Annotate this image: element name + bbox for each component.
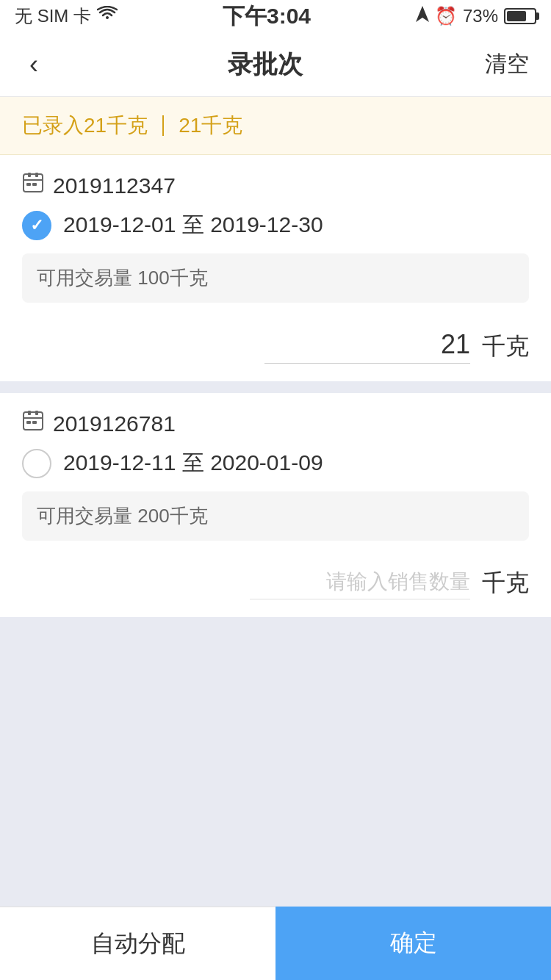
empty-area xyxy=(0,617,551,911)
location-icon xyxy=(416,6,429,26)
quantity-input-area-1[interactable]: 21 xyxy=(264,329,470,364)
quantity-row-1: 21 千克 xyxy=(0,317,551,381)
batch-date-row-1[interactable]: ✓ 2019-12-01 至 2019-12-30 xyxy=(0,204,551,246)
svg-rect-2 xyxy=(35,173,38,177)
nav-bar: ‹ 录批次 清空 xyxy=(0,32,551,97)
page-title: 录批次 xyxy=(228,48,303,82)
batch-id-icon-2 xyxy=(22,411,44,436)
quantity-unit-2: 千克 xyxy=(482,567,529,599)
info-banner: 已录入21千克 21千克 xyxy=(0,97,551,155)
quantity-row-2: 请输入销售数量 千克 xyxy=(0,555,551,617)
info-divider xyxy=(162,115,164,136)
section-divider xyxy=(0,381,551,393)
svg-rect-4 xyxy=(26,183,31,186)
svg-rect-11 xyxy=(32,421,37,424)
batch-card-1: 2019112347 ✓ 2019-12-01 至 2019-12-30 可用交… xyxy=(0,155,551,381)
wifi-icon xyxy=(97,6,118,26)
batch-id-icon-1 xyxy=(22,173,44,198)
no-sim-text: 无 SIM 卡 xyxy=(15,4,91,28)
quantity-input-area-2[interactable]: 请输入销售数量 xyxy=(250,568,470,599)
batch-id-1: 2019112347 xyxy=(53,173,176,198)
svg-rect-1 xyxy=(28,173,31,177)
svg-rect-7 xyxy=(28,411,31,415)
recorded-amount-label: 已录入21千克 xyxy=(22,112,148,140)
batch-date-2: 2019-12-11 至 2020-01-09 xyxy=(63,448,323,478)
svg-rect-10 xyxy=(26,421,31,424)
batch-header-1: 2019112347 xyxy=(0,155,551,204)
batch-card-2: 2019126781 2019-12-11 至 2020-01-09 可用交易量… xyxy=(0,393,551,617)
alarm-icon: ⏰ xyxy=(435,6,457,26)
svg-rect-8 xyxy=(35,411,38,415)
status-right: ⏰ 73% xyxy=(416,6,536,26)
bottom-action-bar: 自动分配 确定 xyxy=(0,907,551,980)
batch-select-radio-1[interactable]: ✓ xyxy=(22,211,51,240)
batch-select-radio-2[interactable] xyxy=(22,449,51,478)
batch-date-row-2[interactable]: 2019-12-11 至 2020-01-09 xyxy=(0,442,551,484)
availability-1: 可用交易量 100千克 xyxy=(22,253,529,303)
batch-header-2: 2019126781 xyxy=(0,393,551,442)
recorded-amount-value: 21千克 xyxy=(179,112,242,140)
status-left: 无 SIM 卡 xyxy=(15,4,118,28)
battery-icon xyxy=(504,8,536,24)
quantity-unit-1: 千克 xyxy=(482,331,529,363)
clear-button[interactable]: 清空 xyxy=(485,49,529,79)
confirm-button[interactable]: 确定 xyxy=(276,907,551,980)
quantity-value-1: 21 xyxy=(441,329,470,360)
svg-rect-5 xyxy=(32,183,37,186)
quantity-placeholder-2: 请输入销售数量 xyxy=(326,568,470,596)
availability-2: 可用交易量 200千克 xyxy=(22,491,529,541)
check-icon-1: ✓ xyxy=(30,216,43,235)
back-button[interactable]: ‹ xyxy=(22,42,46,87)
batch-date-1: 2019-12-01 至 2019-12-30 xyxy=(63,210,323,240)
battery-percent: 73% xyxy=(463,6,498,26)
batch-id-2: 2019126781 xyxy=(53,411,176,436)
auto-distribute-button[interactable]: 自动分配 xyxy=(0,907,276,980)
status-time: 下午3:04 xyxy=(223,1,311,32)
status-bar: 无 SIM 卡 下午3:04 ⏰ 73% xyxy=(0,0,551,32)
